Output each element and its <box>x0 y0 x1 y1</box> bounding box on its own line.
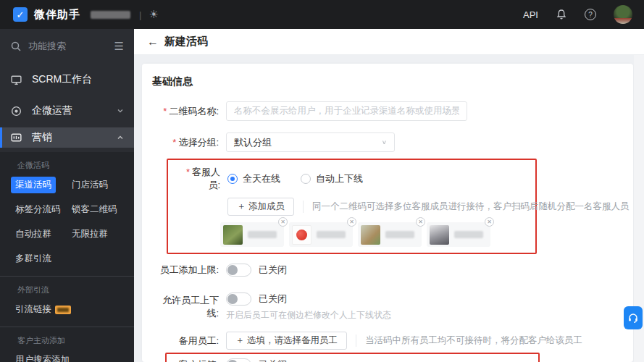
qr-name-row: *二维码名称: 名称不会展示给用户，用于企业记录渠道名称或使用场景 <box>152 101 633 121</box>
member-avatar <box>223 225 243 245</box>
backup-hint: 当活码中所有员工均不可接待时，将分配客户给该员工 <box>356 334 582 347</box>
sidebar: 功能搜索 ☰ SCRM工作台 企微运营 营销 企微活码 渠道活码 门店活码 标签… <box>0 29 134 362</box>
chevron-down-icon <box>117 107 124 114</box>
submenu-item-user-search-add[interactable]: 用户搜索添加 <box>11 352 74 362</box>
limit-toggle[interactable] <box>226 264 251 277</box>
sidebar-item-qiwei[interactable]: 企微运营 <box>0 101 134 120</box>
group-select-value: 默认分组 <box>234 136 272 149</box>
sidebar-item-scrm[interactable]: SCRM工作台 <box>0 70 134 89</box>
submenu-item-traffic-link[interactable]: 引流链接 <box>11 301 75 318</box>
submenu-section-title: 企微活码 <box>0 159 134 175</box>
backup-row: 备用员工: ＋ 选填，请选择备用员工 当活码中所有员工均不可接待时，将分配客户给… <box>152 332 633 350</box>
member-chip: ✕ <box>220 222 284 247</box>
backup-label: 备用员工: <box>152 334 219 348</box>
tag-row: 客户标签: 已关闭 <box>174 358 531 362</box>
backup-select-button[interactable]: ＋ 选填，请选择备用员工 <box>226 332 347 350</box>
member-name-redacted <box>454 231 483 238</box>
submenu-item-lock-qr[interactable]: 锁客二维码 <box>67 201 122 218</box>
sidebar-item-label: 企微运营 <box>32 104 72 117</box>
member-name-redacted <box>317 231 346 238</box>
submenu-item-store-code[interactable]: 门店活码 <box>67 177 112 193</box>
main-content: ← 新建活码 基础信息 *二维码名称: 名称不会展示给用户，用于企业记录渠道名称… <box>134 29 644 362</box>
chevron-down-icon: ∨ <box>382 139 387 146</box>
api-link[interactable]: API <box>523 9 538 20</box>
updown-toggle[interactable] <box>226 292 251 306</box>
search-icon <box>10 41 22 52</box>
brand-name: 微伴助手 <box>34 8 80 22</box>
workbench-icon <box>10 74 22 86</box>
back-arrow-icon[interactable]: ← <box>147 35 159 49</box>
remove-member-icon[interactable]: ✕ <box>416 217 425 227</box>
remove-member-icon[interactable]: ✕ <box>347 217 356 227</box>
headset-icon <box>627 312 639 324</box>
submenu-item-unlimited-group[interactable]: 无限拉群 <box>67 226 112 243</box>
page-header: ← 新建活码 <box>134 29 644 55</box>
marketing-submenu: 企微活码 渠道活码 门店活码 标签分流码 锁客二维码 自动拉群 无限拉群 多群引… <box>0 152 134 362</box>
org-name-redacted <box>91 11 130 19</box>
group-row: *选择分组: 默认分组 ∨ <box>152 132 633 152</box>
theme-sun-icon[interactable]: ☀ <box>149 8 158 21</box>
add-member-button[interactable]: ＋ 添加成员 <box>227 198 294 216</box>
group-label: *选择分组: <box>152 136 219 149</box>
staff-label: *客服人员: <box>175 166 220 192</box>
member-chip: ✕ <box>289 222 353 247</box>
limit-label: 员工添加上限: <box>152 264 219 277</box>
user-avatar[interactable] <box>614 5 632 24</box>
top-bar: ✓ 微伴助手 | ☀ API ? <box>0 0 644 29</box>
required-mark: * <box>163 106 167 117</box>
marketing-icon <box>10 132 22 144</box>
promo-badge <box>55 306 71 314</box>
form-card: 基础信息 *二维码名称: 名称不会展示给用户，用于企业记录渠道名称或使用场景 *… <box>142 64 633 362</box>
label-text: 客服人员: <box>192 167 220 190</box>
updown-status: 已关闭 <box>259 292 287 306</box>
tag-label: 客户标签: <box>174 358 219 362</box>
member-avatar <box>292 225 311 245</box>
page-title: 新建活码 <box>164 35 208 49</box>
sidebar-search[interactable]: 功能搜索 ☰ <box>0 35 134 58</box>
brand-logo-icon: ✓ <box>13 7 28 22</box>
tag-toggle[interactable] <box>226 358 251 362</box>
staff-annotation-box: *客服人员: 全天在线 自动上下线 ＋ 添加成员 同一个二维码可选择多位客服成员… <box>167 159 537 254</box>
limit-status: 已关闭 <box>259 264 287 277</box>
label-text: 二维码名称: <box>169 106 219 117</box>
radio-always-online[interactable] <box>227 174 238 184</box>
qr-name-label: *二维码名称: <box>152 105 219 118</box>
member-chips: ✕ ✕ ✕ ✕ <box>175 222 528 247</box>
tag-annotation-box: 客户标签: 已关闭 <box>165 353 540 362</box>
submenu-section-title: 客户主动添加 <box>0 334 134 350</box>
submenu-item-multi-group[interactable]: 多群引流 <box>11 251 56 267</box>
submenu-item-auto-group[interactable]: 自动拉群 <box>11 226 56 243</box>
sidebar-item-marketing[interactable]: 营销 <box>0 127 134 148</box>
topbar-separator: | <box>139 9 141 20</box>
section-title: 基础信息 <box>152 75 633 88</box>
staff-row: *客服人员: 全天在线 自动上下线 <box>175 166 528 192</box>
member-name-redacted <box>385 231 414 238</box>
remove-member-icon[interactable]: ✕ <box>278 217 288 227</box>
collapse-menu-icon[interactable]: ☰ <box>114 40 124 53</box>
submenu-item-tag-split[interactable]: 标签分流码 <box>11 201 65 218</box>
required-mark: * <box>172 137 176 148</box>
required-mark: * <box>186 167 190 177</box>
member-avatar <box>361 225 380 245</box>
updown-label: 允许员工上下线: <box>152 292 219 320</box>
updown-row: 允许员工上下线: 已关闭 开启后员工可在侧边栏修改个人上下线状态 <box>152 292 633 321</box>
help-icon[interactable]: ? <box>585 9 596 20</box>
customer-support-button[interactable] <box>624 306 643 329</box>
qr-name-placeholder: 名称不会展示给用户，用于企业记录渠道名称或使用场景 <box>234 105 459 117</box>
member-avatar <box>430 225 449 245</box>
submenu-section-title: 外部引流 <box>0 283 134 300</box>
operations-icon <box>10 105 22 117</box>
search-placeholder: 功能搜索 <box>28 40 114 53</box>
tag-status: 已关闭 <box>259 358 287 362</box>
remove-member-icon[interactable]: ✕ <box>485 217 494 227</box>
radio-auto-updown[interactable] <box>301 174 311 184</box>
radio-auto-updown-label: 自动上下线 <box>316 172 363 185</box>
updown-hint: 开启后员工可在侧边栏修改个人上下线状态 <box>226 309 391 321</box>
qr-name-input[interactable]: 名称不会展示给用户，用于企业记录渠道名称或使用场景 <box>226 101 467 121</box>
member-chip: ✕ <box>358 222 422 247</box>
sidebar-item-label: SCRM工作台 <box>32 73 92 86</box>
bell-icon[interactable] <box>556 9 567 20</box>
submenu-item-channel-code[interactable]: 渠道活码 <box>11 177 56 193</box>
member-chip: ✕ <box>427 222 490 247</box>
group-select[interactable]: 默认分组 ∨ <box>226 132 395 152</box>
